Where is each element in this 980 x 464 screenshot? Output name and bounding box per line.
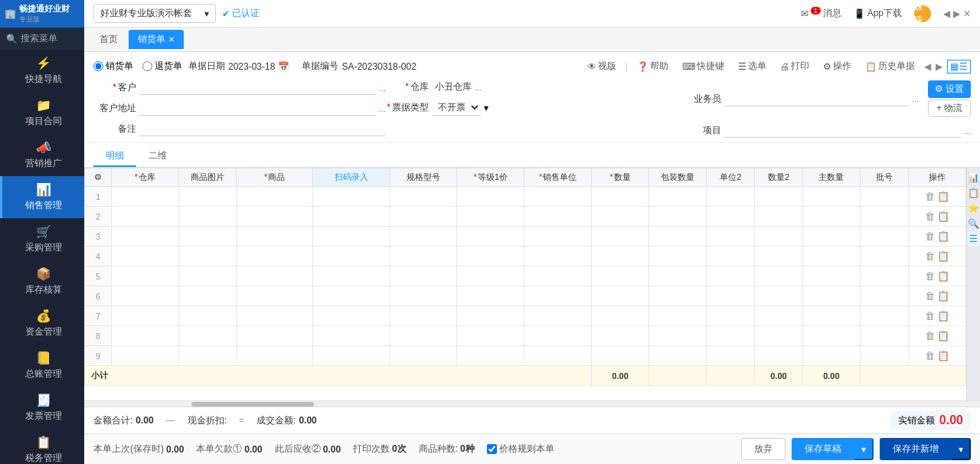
toolbar-ops-btn[interactable]: ⚙操作 [818, 58, 856, 74]
customer-addr-more[interactable]: ... [379, 104, 386, 113]
td-qty2[interactable] [755, 346, 803, 366]
toolbar-history-btn[interactable]: 📋历史单据 [861, 58, 920, 74]
td-batch[interactable] [861, 286, 909, 306]
tab-2d[interactable]: 二维 [136, 146, 179, 167]
td-unit2[interactable] [707, 187, 755, 207]
td-qty[interactable] [591, 286, 648, 306]
td-unit2[interactable] [707, 346, 755, 366]
sidebar-item-invoice[interactable]: 🧾 发票管理 [0, 387, 84, 429]
project-input[interactable] [724, 123, 961, 138]
td-pack-qty[interactable] [649, 187, 707, 207]
th-batch-import[interactable]: 扫码录入 [313, 168, 390, 187]
prev-icon[interactable]: ◀ [943, 8, 950, 19]
td-qty2[interactable] [755, 207, 803, 227]
td-qty2[interactable] [755, 247, 803, 266]
add-logistics-btn[interactable]: + 物流 [928, 100, 971, 117]
td-qty[interactable] [591, 207, 648, 227]
td-pack-qty[interactable] [649, 326, 707, 346]
td-pack-qty[interactable] [649, 266, 707, 286]
save-draft-dropdown-btn[interactable]: ▾ [854, 438, 874, 460]
td-qty[interactable] [591, 187, 648, 207]
td-batch-import[interactable] [313, 207, 390, 227]
tab-close-icon[interactable]: ✕ [168, 35, 175, 44]
td-batch[interactable] [861, 187, 909, 207]
td-batch-import[interactable] [313, 227, 390, 247]
td-goods[interactable] [237, 326, 313, 346]
tab-home[interactable]: 首页 [90, 30, 127, 49]
td-qty[interactable] [591, 306, 648, 326]
td-warehouse[interactable] [112, 326, 179, 346]
save-new-btn[interactable]: 保存并新增 [880, 438, 951, 460]
td-qty[interactable] [591, 326, 648, 346]
td-warehouse[interactable] [112, 187, 179, 207]
radio-return-input[interactable] [142, 61, 152, 71]
td-qty2[interactable] [755, 227, 803, 247]
td-spec[interactable] [390, 326, 457, 346]
td-unit2[interactable] [707, 286, 755, 306]
td-batch[interactable] [861, 306, 909, 326]
td-unit2[interactable] [707, 207, 755, 227]
td-unit[interactable] [524, 306, 592, 326]
td-goods[interactable] [237, 227, 313, 247]
td-qty2[interactable] [755, 286, 803, 306]
td-batch[interactable] [861, 346, 909, 366]
td-spec[interactable] [390, 207, 457, 227]
toolbar-print-btn[interactable]: 🖨打印 [776, 58, 814, 74]
td-main-qty[interactable] [802, 247, 860, 266]
td-unit2[interactable] [707, 326, 755, 346]
delete-icon[interactable]: 🗑 [925, 270, 935, 282]
save-draft-btn[interactable]: 保存草稿 [792, 438, 854, 460]
td-main-qty[interactable] [802, 346, 860, 366]
sidebar-item-inventory[interactable]: 📦 库存核算 [0, 260, 84, 302]
td-warehouse[interactable] [112, 227, 179, 247]
td-main-qty[interactable] [802, 187, 860, 207]
td-price1[interactable] [457, 207, 524, 227]
td-qty2[interactable] [755, 306, 803, 326]
td-qty2[interactable] [755, 266, 803, 286]
th-settings[interactable]: ⚙ [85, 168, 112, 187]
sidebar-item-finance[interactable]: 💰 资金管理 [0, 302, 84, 345]
copy-icon[interactable]: 📋 [937, 290, 949, 302]
td-warehouse[interactable] [112, 286, 179, 306]
td-qty[interactable] [591, 266, 648, 286]
company-selector[interactable]: 好业财专业版演示帐套 ▾ [93, 4, 216, 23]
td-unit2[interactable] [707, 247, 755, 266]
sidebar-item-accounting[interactable]: 📒 总账管理 [0, 345, 84, 387]
td-main-qty[interactable] [802, 207, 860, 227]
td-warehouse[interactable] [112, 207, 179, 227]
rp-icon-3[interactable]: ⭐ [966, 201, 980, 215]
sidebar-item-project[interactable]: 📁 项目合同 [0, 92, 84, 134]
td-spec[interactable] [390, 346, 457, 366]
toolbar-shortcut-btn[interactable]: ⌨快捷键 [678, 58, 729, 74]
td-unit[interactable] [524, 227, 592, 247]
copy-icon[interactable]: 📋 [937, 191, 949, 202]
td-pack-qty[interactable] [649, 286, 707, 306]
td-pack-qty[interactable] [649, 227, 707, 247]
td-goods[interactable] [237, 207, 313, 227]
radio-sales-input[interactable] [93, 61, 103, 71]
td-batch[interactable] [861, 227, 909, 247]
sidebar-search[interactable]: 🔍 搜索菜单 [0, 28, 84, 50]
td-batch[interactable] [861, 207, 909, 227]
delete-icon[interactable]: 🗑 [925, 310, 935, 322]
td-goods[interactable] [237, 266, 313, 286]
set-btn[interactable]: ⚙ 设置 [928, 80, 971, 98]
warehouse-more[interactable]: ... [475, 83, 482, 92]
td-unit2[interactable] [707, 266, 755, 286]
sidebar-item-tax[interactable]: 📋 税务管理 [0, 429, 84, 464]
td-warehouse[interactable] [112, 247, 179, 266]
toolbar-view-btn[interactable]: 👁视版 [583, 58, 621, 74]
toolbar-help-btn[interactable]: ❓帮助 [632, 58, 673, 74]
invoice-type-select[interactable]: 不开票 [432, 100, 481, 116]
delete-icon[interactable]: 🗑 [925, 230, 935, 242]
discard-btn[interactable]: 放弃 [741, 438, 786, 460]
rp-icon-5[interactable]: ☰ [968, 232, 979, 246]
td-qty[interactable] [591, 227, 648, 247]
salesperson-more[interactable]: ... [912, 94, 919, 103]
td-goods[interactable] [237, 187, 313, 207]
radio-sales[interactable]: 销货单 [93, 60, 133, 73]
nav-prev-icon[interactable]: ◀ [924, 61, 931, 72]
copy-icon[interactable]: 📋 [937, 250, 949, 262]
td-batch-import[interactable] [313, 326, 390, 346]
td-goods[interactable] [237, 286, 313, 306]
